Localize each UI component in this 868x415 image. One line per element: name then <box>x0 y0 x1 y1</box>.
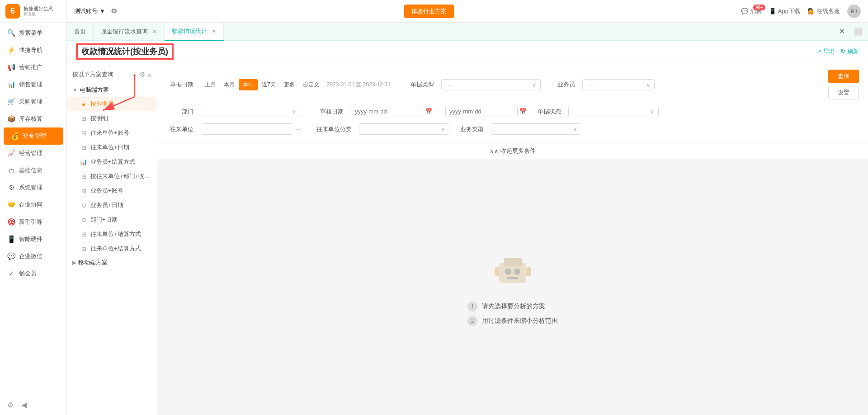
sidebar-item-sales[interactable]: 📊 销售管理 <box>0 76 66 93</box>
sidebar-item-purchase[interactable]: 🛒 采购管理 <box>0 93 66 110</box>
sidebar-item-system[interactable]: ⚙ 系统管理 <box>0 179 66 196</box>
sidebar-icon-operation: 📈 <box>7 149 15 157</box>
calendar-icon-end[interactable]: 📅 <box>519 108 527 115</box>
add-scheme-btn[interactable]: + <box>132 71 137 79</box>
app-download-btn[interactable]: 📱 App下载 <box>769 7 800 15</box>
sidebar-label-search: 搜索菜单 <box>19 29 42 37</box>
sidebar-item-operation[interactable]: 📈 经营管理 <box>0 145 66 162</box>
user-dropdown[interactable]: 测试账号 ▼ <box>74 7 105 15</box>
tree-item-by-salesperson[interactable]: ● 按业务员 <box>67 97 157 111</box>
collapse-conditions-btn[interactable]: ∧∧ 收起更多条件 <box>490 147 536 155</box>
refresh-label: 刷新 <box>847 47 859 56</box>
biz-type-select[interactable]: ∨ <box>491 123 581 135</box>
sidebar-item-basic[interactable]: 🗂 基础信息 <box>0 162 66 179</box>
header-gear-icon[interactable]: ⚙ <box>111 7 117 15</box>
tree-group-mobile-header[interactable]: ▶ 移动端方案 <box>67 256 157 269</box>
sidebar-label-enterprise: 企业协同 <box>19 201 42 209</box>
doc-status-select[interactable]: ∨ <box>568 106 659 117</box>
sidebar-label-finance: 资金管理 <box>23 132 46 140</box>
partner-more-btn[interactable]: ··· <box>295 126 300 132</box>
tree-item-icon-salesperson-account: ⊞ <box>80 187 88 195</box>
tree-item-icon-partner-settle2: ⊞ <box>80 245 88 253</box>
tree-group-desktop-header[interactable]: ▼ 电脑端方案 <box>67 83 157 97</box>
sidebar-item-search[interactable]: 🔍 搜索菜单 <box>0 24 66 42</box>
trial-btn[interactable]: 体验行业方案 <box>404 5 454 18</box>
partner-label: 往来单位 <box>166 125 193 133</box>
header-username: 测试账号 <box>74 7 98 15</box>
user-avatar[interactable]: Rit <box>847 5 861 18</box>
sidebar-icon-marketing: 📢 <box>7 63 15 71</box>
tree-item-salesperson-account[interactable]: ⊞ 业务员+账号 <box>67 184 157 198</box>
tab-bank-close-icon[interactable]: ✕ <box>152 28 157 35</box>
sidebar-item-finance[interactable]: 💰 资金管理 <box>4 127 63 145</box>
tabs-bar: 首页 现金银行流水查询 ✕ 收款情况统计 ✕ ✕ ⬜ <box>67 23 868 41</box>
tab-collection-close-icon[interactable]: ✕ <box>212 28 216 34</box>
doc-type-more-btn[interactable]: ··· <box>447 81 452 88</box>
sidebar-item-enterprise[interactable]: 🤝 企业协同 <box>0 196 66 213</box>
salesperson-more-btn[interactable]: ··· <box>588 81 593 88</box>
date-shortcut-custom[interactable]: 自定义 <box>299 79 323 90</box>
partner-category-label: 往来单位分类 <box>316 125 352 133</box>
collapse-panel-btn[interactable]: « <box>148 71 151 79</box>
collapse-sidebar-btn[interactable]: ◀ <box>17 398 31 411</box>
tree-item-icon-detail: ⊞ <box>80 114 88 123</box>
tree-item-partner-settle1[interactable]: ⊞ 往来单位+结算方式 <box>67 227 157 241</box>
settings-btn[interactable]: 设置 <box>828 86 859 99</box>
sidebar-label-purchase: 采购管理 <box>19 98 42 106</box>
tab-bank[interactable]: 现金银行流水查询 ✕ <box>94 23 165 41</box>
tab-collection[interactable]: 收款情况统计 ✕ <box>165 23 224 41</box>
refresh-btn[interactable]: ↻ 刷新 <box>840 47 859 56</box>
header-right: 💬 消息 99+ 📱 App下载 💁 在线客服 Rit <box>741 5 861 18</box>
tree-item-partner-settle2[interactable]: ⊞ 往来单位+结算方式 <box>67 241 157 256</box>
sidebar-item-quicknav[interactable]: ⚡ 快捷导航 <box>0 42 66 59</box>
maximize-btn[interactable]: ⬜ <box>852 25 864 38</box>
messages-btn[interactable]: 💬 消息 99+ <box>741 7 762 15</box>
filter-row-3: 往来单位 ··· 往来单位分类 ∨ 业务类型 ∨ <box>166 123 859 135</box>
page-title-box: 收款情况统计(按业务员) <box>76 43 174 60</box>
app-download-label: App下载 <box>778 7 800 15</box>
tree-item-label-partner-dept: 按往来单位+部门+收... <box>90 172 149 180</box>
sidebar-item-hardware[interactable]: 📱 智能硬件 <box>0 231 66 248</box>
tree-item-icon-partner-account: ⊞ <box>80 129 88 137</box>
scheme-settings-icon[interactable]: ⚙ <box>139 71 145 79</box>
settings-bottom-icon[interactable]: ⚙ <box>4 398 17 411</box>
audit-date-start-input[interactable] <box>351 106 423 117</box>
tree-item-partner-dept-collect[interactable]: ⊞ 按往来单位+部门+收... <box>67 169 157 184</box>
partner-input[interactable] <box>201 123 293 135</box>
doc-type-select[interactable]: ··· ∨ <box>441 79 541 90</box>
audit-date-end-input[interactable] <box>445 106 518 117</box>
tree-item-icon-salesperson: ● <box>80 100 88 108</box>
tree-item-icon-dept-date: ⊙ <box>80 216 88 224</box>
partner-category-select[interactable]: ∨ <box>359 123 449 135</box>
sidebar-item-inventory[interactable]: 📦 库存核算 <box>0 110 66 127</box>
date-shortcut-this-year[interactable]: 本年 <box>239 79 258 90</box>
sidebar-item-marketing[interactable]: 📢 营销推广 <box>0 59 66 76</box>
dept-select[interactable]: ∨ <box>201 106 300 117</box>
sidebar-item-wechat[interactable]: 💬 企业微信 <box>0 248 66 265</box>
close-all-tabs-btn[interactable]: ✕ <box>835 25 848 38</box>
tree-item-label-partner-settle2: 往来单位+结算方式 <box>90 245 141 253</box>
sidebar-label-system: 系统管理 <box>19 184 42 192</box>
tree-item-by-detail[interactable]: ⊞ 按明细 <box>67 111 157 126</box>
salesperson-select[interactable]: ··· ∨ <box>582 79 655 90</box>
date-shortcut-this-month[interactable]: 本月 <box>220 79 239 90</box>
date-shortcut-last-month[interactable]: 上月 <box>201 79 220 90</box>
sidebar-item-guide[interactable]: 🎯 新手引导 <box>0 213 66 231</box>
query-btn[interactable]: 查询 <box>828 70 859 83</box>
user-name-display: Rit <box>847 5 861 18</box>
tree-item-dept-date[interactable]: ⊙ 部门+日期 <box>67 212 157 227</box>
sidebar-label-wechat: 企业微信 <box>19 252 42 260</box>
sidebar-item-member[interactable]: ✓ 畅会员 <box>0 265 66 282</box>
tree-mobile-expand-icon: ▶ <box>72 259 76 266</box>
tab-home[interactable]: 首页 <box>67 23 94 41</box>
tree-item-partner-date[interactable]: ⊞ 往来单位+日期 <box>67 140 157 155</box>
calendar-icon-start[interactable]: 📅 <box>425 108 432 115</box>
date-shortcut-more[interactable]: 更多 <box>280 79 299 90</box>
tree-item-salesperson-date[interactable]: ⊙ 业务员+日期 <box>67 198 157 212</box>
tree-item-salesperson-settle[interactable]: 📊 业务员+结算方式 <box>67 155 157 169</box>
online-service-btn[interactable]: 💁 在线客服 <box>807 7 840 15</box>
export-label: 导出 <box>823 47 835 56</box>
date-shortcut-7days[interactable]: 近7天 <box>258 79 280 90</box>
tree-item-partner-account[interactable]: ⊞ 往来单位+账号 <box>67 126 157 140</box>
export-btn[interactable]: ↗ 导出 <box>816 47 835 56</box>
